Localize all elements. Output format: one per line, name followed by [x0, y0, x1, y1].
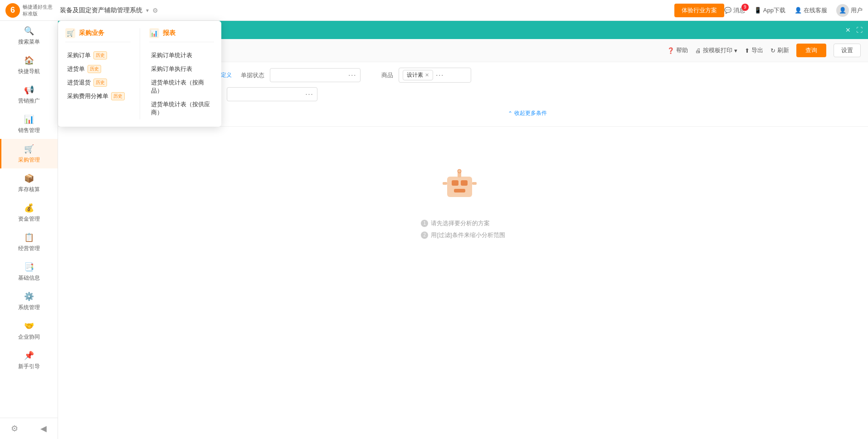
- menu-item-goods-receipt[interactable]: 进货单 历史: [65, 62, 131, 76]
- purchase-col-icon: 🛒: [65, 28, 75, 38]
- menu-item-receipt-stats-by-supplier[interactable]: 进货单统计表（按供应商）: [149, 98, 215, 119]
- sidebar-label-enterprise: 企业协同: [18, 333, 40, 341]
- sidebar-bottom: ⚙ ◀: [0, 418, 58, 439]
- logo: 6 畅捷通好生意 标准版: [5, 3, 60, 18]
- sidebar-item-basic-info[interactable]: 📑 基础信息: [0, 257, 58, 286]
- sidebar: 🔍 搜索菜单 🏠 快捷导航 📢 营销推广 📊 销售管理 🛒 采购管理 📦 库存核…: [0, 21, 58, 439]
- bottom-settings-icon[interactable]: ⚙: [11, 424, 18, 434]
- industry-solution-button[interactable]: 体验行业方案: [674, 4, 724, 17]
- finance-icon: 💰: [24, 202, 34, 213]
- purchase-col-title: 🛒 采购业务: [65, 28, 131, 42]
- newbie-icon: 📌: [24, 350, 34, 361]
- status-dots[interactable]: ···: [348, 70, 356, 80]
- tab-expand-icon[interactable]: ⛶: [856, 26, 863, 34]
- user-menu-button[interactable]: 👤 用户: [836, 4, 863, 17]
- sidebar-item-newbie[interactable]: 📌 新手引导: [0, 345, 58, 375]
- sidebar-label-basic-info: 基础信息: [18, 274, 40, 282]
- sidebar-item-enterprise[interactable]: 🤝 企业协同: [0, 316, 58, 345]
- sidebar-item-quick-nav[interactable]: 🏠 快捷导航: [0, 50, 58, 80]
- export-icon: ⬆: [745, 47, 750, 54]
- sidebar-label-inventory: 库存核算: [18, 186, 40, 193]
- report-col-icon: 📊: [149, 28, 159, 38]
- svg-rect-0: [447, 177, 472, 197]
- sidebar-item-inventory[interactable]: 📦 库存核算: [0, 168, 58, 198]
- print-button[interactable]: 🖨 按模板打印 ▾: [695, 46, 737, 54]
- basic-info-icon: 📑: [24, 261, 34, 272]
- collapse-button[interactable]: ⌃ 收起更多条件: [508, 109, 547, 117]
- svg-rect-3: [454, 189, 465, 192]
- logo-text: 畅捷通好生意 标准版: [23, 4, 53, 17]
- sidebar-item-purchase[interactable]: 🛒 采购管理: [0, 139, 58, 168]
- logo-icon: 6: [5, 3, 20, 18]
- empty-text: 1 请先选择要分析的方案 2 用[过滤]条件来缩小分析范围: [421, 217, 505, 241]
- purchase-dropdown-menu: 🛒 采购业务 采购订单 历史 进货单 历史 进货退货 历史 采购费用分摊单 历史…: [58, 21, 221, 127]
- salesman-dots[interactable]: ···: [305, 89, 313, 99]
- enterprise-icon: 🤝: [24, 321, 34, 331]
- system-settings-icon[interactable]: ⚙: [152, 7, 158, 14]
- topbar-right: 💬 消息 9 📱 App下载 👤 在线客服 👤 用户: [724, 4, 863, 17]
- status-select[interactable]: ···: [270, 68, 361, 82]
- service-icon: 👤: [795, 7, 802, 14]
- menu-item-purchase-order-stats[interactable]: 采购订单统计表: [149, 49, 215, 62]
- sidebar-item-operations[interactable]: 📋 经营管理: [0, 227, 58, 257]
- active-indicator: [0, 139, 1, 168]
- menu-item-purchase-order[interactable]: 采购订单 历史: [65, 49, 131, 62]
- message-badge: 9: [741, 4, 749, 11]
- sidebar-label-sales: 销售管理: [18, 127, 40, 134]
- svg-rect-7: [443, 182, 447, 185]
- online-service-button[interactable]: 👤 在线客服: [795, 6, 827, 15]
- salesman-selector[interactable]: ···: [227, 87, 317, 101]
- sidebar-item-sales[interactable]: 📊 销售管理: [0, 109, 58, 139]
- print-icon: 🖨: [695, 47, 701, 54]
- sidebar-collapse-icon[interactable]: ◀: [40, 424, 47, 434]
- export-button[interactable]: ⬆ 导出: [745, 46, 763, 54]
- menu-item-receipt-stats-by-goods[interactable]: 进货单统计表（按商品）: [149, 76, 215, 98]
- empty-illustration: [440, 163, 486, 208]
- system-title: 装备及固定资产辅助管理系统 ▾ ⚙: [60, 6, 674, 15]
- menu-item-goods-return[interactable]: 进货退货 历史: [65, 76, 131, 89]
- sidebar-item-finance[interactable]: 💰 资金管理: [0, 198, 58, 227]
- sidebar-label-search: 搜索菜单: [18, 38, 40, 46]
- sidebar-item-search[interactable]: 🔍 搜索菜单: [0, 21, 58, 50]
- setting-button[interactable]: 设置: [834, 44, 861, 57]
- query-button[interactable]: 查询: [796, 44, 826, 57]
- goods-dots[interactable]: ···: [436, 70, 444, 80]
- sidebar-label-quick-nav: 快捷导航: [18, 68, 40, 75]
- help-icon: ❓: [667, 47, 674, 54]
- refresh-icon: ↻: [770, 47, 775, 54]
- menu-item-purchase-expense[interactable]: 采购费用分摊单 历史: [65, 89, 131, 103]
- goods-label: 商品: [366, 71, 393, 79]
- purchase-menu-col: 🛒 采购业务 采购订单 历史 进货单 历史 进货退货 历史 采购费用分摊单 历史: [65, 28, 131, 119]
- title-dropdown-arrow[interactable]: ▾: [146, 7, 149, 14]
- help-button[interactable]: ❓ 帮助: [667, 46, 688, 54]
- goods-selector[interactable]: 设计素 ✕ ···: [399, 68, 471, 83]
- operations-icon: 📋: [24, 232, 34, 243]
- report-col-title: 📊 报表: [149, 28, 215, 42]
- report-menu-col: 📊 报表 采购订单统计表 采购订单执行表 进货单统计表（按商品） 进货单统计表（…: [149, 28, 215, 119]
- goods-receipt-badge: 历史: [88, 65, 101, 73]
- message-icon: 💬: [724, 7, 731, 14]
- sidebar-item-system[interactable]: ⚙️ 系统管理: [0, 286, 58, 316]
- system-icon: ⚙️: [24, 291, 34, 302]
- menu-item-purchase-order-exec[interactable]: 采购订单执行表: [149, 62, 215, 76]
- sidebar-label-operations: 经营管理: [18, 245, 40, 252]
- user-avatar: 👤: [836, 4, 849, 17]
- svg-rect-6: [472, 182, 477, 185]
- messages-button[interactable]: 💬 消息 9: [724, 6, 745, 15]
- search-icon: 🔍: [24, 25, 34, 36]
- tabbar-right-controls: ✕ ⛶: [845, 26, 868, 34]
- app-download-button[interactable]: 📱 App下载: [754, 6, 785, 15]
- goods-chip-remove[interactable]: ✕: [425, 72, 429, 78]
- svg-rect-1: [452, 180, 458, 186]
- sidebar-item-marketing[interactable]: 📢 营销推广: [0, 80, 58, 109]
- print-dropdown-icon[interactable]: ▾: [734, 47, 737, 54]
- svg-rect-2: [461, 180, 468, 186]
- sidebar-label-finance: 资金管理: [18, 215, 40, 223]
- collapse-up-icon: ⌃: [508, 110, 512, 117]
- refresh-button[interactable]: ↻ 刷新: [770, 46, 789, 54]
- topbar: 6 畅捷通好生意 标准版 装备及固定资产辅助管理系统 ▾ ⚙ 体验行业方案 💬 …: [0, 0, 868, 21]
- home-icon: 🏠: [24, 55, 34, 66]
- tab-close-all-icon[interactable]: ✕: [845, 26, 851, 34]
- sales-icon: 📊: [24, 114, 34, 125]
- goods-return-badge: 历史: [93, 79, 107, 87]
